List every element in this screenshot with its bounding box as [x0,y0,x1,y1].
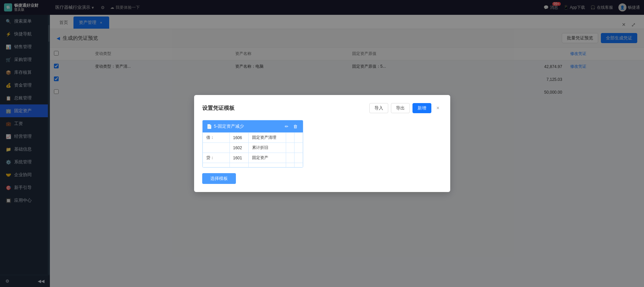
entry-code-0: 1606 [229,133,249,143]
template-entry-row [203,163,303,167]
template-delete-icon[interactable]: 🗑 [292,123,299,130]
dialog-close-button[interactable]: × [434,104,442,112]
export-button[interactable]: 导出 [391,103,410,113]
entry-credit-1 [294,143,303,153]
set-voucher-template-dialog: 设置凭证模板 导入 导出 新增 × 📄 5-固定资产减少 ✏ 🗑 [194,95,450,192]
entry-debit-0 [286,133,294,143]
entry-debit-2 [286,153,294,163]
template-card-header: 📄 5-固定资产减少 ✏ 🗑 [203,120,303,132]
dialog-actions: 导入 导出 新增 [369,103,431,113]
entry-code-3 [229,163,249,167]
template-entries-table: 借： 1606 固定资产清理 1602 累计折旧 贷： 1601 固定资产 [203,132,303,167]
import-button[interactable]: 导入 [369,103,388,113]
select-template-button[interactable]: 选择模板 [202,173,236,184]
entry-code-2: 1601 [229,153,249,163]
dialog-header: 设置凭证模板 导入 导出 新增 × [202,103,442,113]
entry-code-1: 1602 [229,143,249,153]
entry-account-3 [249,163,286,167]
template-entry-row: 1602 累计折旧 [203,143,303,153]
new-template-button[interactable]: 新增 [412,103,431,113]
template-edit-icon[interactable]: ✏ [283,123,290,130]
template-entry-row: 借： 1606 固定资产清理 [203,133,303,143]
entry-debit-1 [286,143,294,153]
template-card-actions: ✏ 🗑 [283,123,299,130]
entry-side-3 [203,163,229,167]
entry-side-1 [203,143,229,153]
template-card-title: 📄 5-固定资产减少 [207,123,244,129]
template-doc-icon: 📄 [207,124,212,129]
entry-credit-3 [294,163,303,167]
dialog-overlay: 设置凭证模板 导入 导出 新增 × 📄 5-固定资产减少 ✏ 🗑 [0,0,644,287]
entry-side-0: 借： [203,133,229,143]
entry-credit-2 [294,153,303,163]
dialog-title: 设置凭证模板 [202,105,235,112]
entry-debit-3 [286,163,294,167]
entry-account-1: 累计折旧 [249,143,286,153]
entry-side-2: 贷： [203,153,229,163]
entry-account-2: 固定资产 [249,153,286,163]
entry-account-0: 固定资产清理 [249,133,286,143]
entry-credit-0 [294,133,303,143]
template-card: 📄 5-固定资产减少 ✏ 🗑 借： 1606 固定资产清理 1602 累计折旧 … [202,120,303,168]
template-entry-row: 贷： 1601 固定资产 [203,153,303,163]
